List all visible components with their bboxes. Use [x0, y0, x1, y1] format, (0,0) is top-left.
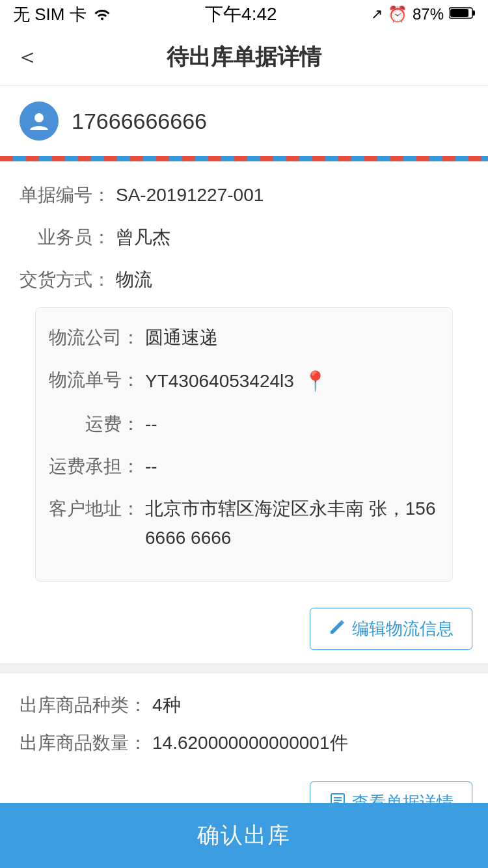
tracking-label: 物流单号：	[49, 366, 140, 395]
svg-rect-1	[472, 10, 475, 16]
freight-value: --	[145, 410, 439, 439]
address-row: 客户地址： 北京市市辖区海淀区永丰南 张，156 6666 6666	[49, 495, 439, 553]
goods-types-value: 4种	[152, 693, 181, 718]
svg-point-3	[34, 113, 44, 122]
goods-quantity-value: 14.620000000000001件	[152, 731, 348, 755]
order-number-row: 单据编号： SA-20191227-001	[20, 181, 468, 210]
freight-label: 运费：	[49, 410, 140, 439]
freight-bearer-label: 运费承担：	[49, 452, 140, 481]
delivery-label: 交货方式：	[20, 265, 111, 295]
dashed-divider	[0, 156, 488, 161]
order-number-value: SA-20191227-001	[116, 181, 468, 210]
section-separator	[0, 663, 488, 673]
customer-phone: 17666666666	[72, 109, 207, 134]
salesperson-label: 业务员：	[20, 223, 111, 252]
logistics-section: 物流公司： 圆通速递 物流单号： YT43064053424l3 📍 运费： -…	[35, 307, 453, 582]
order-number-label: 单据编号：	[20, 181, 111, 210]
logistics-company-label: 物流公司：	[49, 323, 140, 353]
address-value: 北京市市辖区海淀区永丰南 张，156 6666 6666	[145, 495, 439, 553]
carrier-text: 无 SIM 卡	[13, 3, 87, 26]
order-info-section: 单据编号： SA-20191227-001 业务员： 曾凡杰 交货方式： 物流 …	[0, 161, 488, 608]
edit-logistics-label: 编辑物流信息	[352, 617, 454, 640]
page-title: 待出库单据详情	[167, 42, 321, 72]
time-text: 下午4:42	[205, 2, 277, 27]
goods-quantity-label: 出库商品数量：	[20, 731, 147, 755]
salesperson-value: 曾凡杰	[116, 223, 468, 252]
edit-icon	[329, 617, 347, 640]
battery-icon	[449, 5, 475, 23]
goods-types-label: 出库商品种类：	[20, 693, 147, 718]
goods-types-row: 出库商品种类： 4种	[20, 693, 468, 718]
logistics-company-value: 圆通速递	[145, 323, 439, 353]
status-bar: 无 SIM 卡 下午4:42 ↗ ⏰ 87%	[0, 0, 488, 29]
svg-rect-2	[450, 9, 468, 17]
freight-bearer-value: --	[145, 452, 439, 481]
status-right: ↗ ⏰ 87%	[371, 5, 475, 23]
customer-section: 17666666666	[0, 86, 488, 156]
confirm-button[interactable]: 确认出库	[0, 821, 488, 850]
tracking-value: YT43064053424l3 📍	[145, 366, 439, 397]
bottom-bar: 确认出库	[0, 803, 488, 868]
goods-quantity-row: 出库商品数量： 14.620000000000001件	[20, 731, 468, 755]
location-icon: ↗	[371, 6, 383, 23]
freight-bearer-row: 运费承担： --	[49, 452, 439, 481]
delivery-row: 交货方式： 物流	[20, 265, 468, 295]
tracking-row: 物流单号： YT43064053424l3 📍	[49, 366, 439, 397]
logistics-company-row: 物流公司： 圆通速递	[49, 323, 439, 353]
edit-logistics-container: 编辑物流信息	[0, 608, 488, 663]
status-left: 无 SIM 卡	[13, 3, 111, 26]
nav-bar: ＜ 待出库单据详情	[0, 29, 488, 86]
back-button[interactable]: ＜	[16, 41, 39, 73]
location-pin-icon[interactable]: 📍	[303, 366, 327, 397]
alarm-icon: ⏰	[388, 5, 407, 23]
freight-row: 运费： --	[49, 410, 439, 439]
salesperson-row: 业务员： 曾凡杰	[20, 223, 468, 252]
goods-section: 出库商品种类： 4种 出库商品数量： 14.620000000000001件	[0, 673, 488, 781]
avatar	[20, 102, 59, 141]
edit-logistics-button[interactable]: 编辑物流信息	[310, 608, 472, 650]
address-label: 客户地址：	[49, 495, 140, 524]
delivery-value: 物流	[116, 265, 468, 295]
battery-text: 87%	[413, 5, 444, 23]
wifi-icon	[93, 5, 111, 25]
